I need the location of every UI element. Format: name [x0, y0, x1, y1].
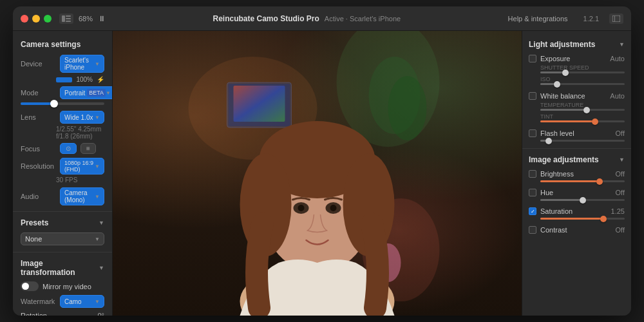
svg-rect-11	[234, 86, 285, 122]
svg-point-13	[388, 76, 427, 140]
presets-row: None ▼	[13, 230, 112, 248]
audio-label: Audio	[21, 193, 56, 200]
shutter-slider-row	[534, 71, 631, 76]
contrast-label: Contrast	[540, 226, 567, 234]
flash-slider-thumb[interactable]	[545, 138, 552, 144]
brightness-row: Brightness Off	[522, 168, 631, 180]
flash-checkbox[interactable]	[529, 129, 536, 137]
mode-slider-fill	[21, 102, 54, 105]
hue-label: Hue	[540, 189, 553, 196]
rotation-row: Rotation 0°	[13, 310, 112, 316]
focus-manual-button[interactable]: ≡	[80, 143, 96, 154]
saturation-slider-fill	[540, 218, 603, 220]
svg-rect-5	[614, 15, 615, 22]
svg-rect-3	[66, 21, 71, 22]
light-adj-collapse-icon[interactable]: ▼	[619, 41, 625, 48]
brightness-left: Brightness	[529, 170, 574, 178]
rotation-value: 0°	[97, 312, 104, 316]
resolution-label: Resolution	[21, 162, 56, 170]
resolution-dropdown-arrow: ▼	[95, 164, 100, 169]
close-button[interactable]	[21, 15, 28, 23]
battery-percent: 100%	[76, 76, 93, 83]
hue-slider-thumb[interactable]	[580, 197, 586, 204]
pause-button[interactable]: ⏸	[98, 14, 106, 23]
exposure-row: Exposure Auto	[522, 53, 631, 64]
brightness-checkbox[interactable]	[529, 170, 536, 178]
svg-rect-2	[66, 18, 71, 19]
tint-slider-thumb[interactable]	[592, 118, 598, 125]
shutter-slider-thumb[interactable]	[562, 70, 569, 76]
mode-slider-row	[13, 101, 112, 109]
saturation-checkbox[interactable]	[529, 207, 536, 215]
white-balance-checkbox[interactable]	[529, 92, 536, 100]
fullscreen-icon[interactable]	[609, 14, 623, 24]
temperature-slider-thumb[interactable]	[583, 107, 590, 113]
fullscreen-button[interactable]	[44, 15, 52, 23]
right-divider-1	[522, 148, 631, 149]
white-balance-left: White balance	[529, 92, 585, 100]
rotation-label: Rotation	[21, 312, 47, 316]
mode-slider-thumb[interactable]	[50, 100, 58, 108]
mode-dropdown[interactable]: Portrait BETA ▼	[60, 86, 113, 99]
lens-dropdown-arrow: ▼	[95, 115, 100, 120]
light-adj-header: Light adjustments ▼	[522, 37, 631, 53]
white-balance-row: White balance Auto	[522, 90, 631, 102]
flash-slider-track	[540, 140, 625, 142]
titlebar-right: Help & integrations 1.2.1	[508, 14, 623, 24]
minimize-button[interactable]	[32, 15, 40, 23]
contrast-checkbox[interactable]	[529, 226, 536, 234]
tint-slider-row	[534, 120, 631, 125]
device-dropdown[interactable]: Scarlet's iPhone ▼	[60, 55, 104, 73]
focus-auto-button[interactable]: ⊙	[60, 143, 77, 154]
mirror-row: Mirror my video	[13, 279, 112, 293]
presets-section-header: Presets ▼	[13, 216, 112, 230]
saturation-label: Saturation	[540, 207, 573, 215]
brightness-slider-thumb[interactable]	[596, 178, 603, 185]
image-adj-collapse-icon[interactable]: ▼	[619, 156, 625, 163]
camera-preview	[113, 31, 522, 316]
sidebar-toggle-icon[interactable]	[59, 14, 73, 24]
presets-label: Presets	[21, 218, 48, 227]
presets-collapse-icon[interactable]: ▼	[99, 220, 104, 226]
watermark-dropdown[interactable]: Camo ▼	[60, 295, 104, 308]
shutter-slider-track	[540, 71, 625, 73]
saturation-value: 1.25	[611, 207, 625, 215]
brightness-slider-track	[540, 180, 625, 182]
mode-slider-track	[21, 102, 104, 105]
zoom-level: 68%	[79, 15, 93, 23]
battery-row: 100% ⚡	[13, 75, 112, 84]
saturation-slider-row	[534, 217, 631, 222]
resolution-dropdown[interactable]: 1080p 16:9 (FHD) ▼	[60, 158, 104, 175]
saturation-left: Saturation	[529, 207, 573, 215]
hue-checkbox[interactable]	[529, 189, 536, 196]
active-label: Active · Scarlet's iPhone	[325, 15, 401, 23]
exposure-label: Exposure	[540, 55, 570, 62]
lens-label: Lens	[21, 113, 56, 121]
resolution-row: Resolution 1080p 16:9 (FHD) ▼	[13, 156, 112, 176]
watermark-row: Watermark Camo ▼	[13, 293, 112, 310]
mode-row: Mode Portrait BETA ▼	[13, 84, 112, 101]
white-balance-label: White balance	[540, 92, 585, 100]
hue-left: Hue	[529, 189, 553, 196]
image-transform-collapse-icon[interactable]: ▼	[99, 265, 104, 271]
help-link[interactable]: Help & integrations	[508, 15, 568, 23]
mirror-toggle[interactable]	[21, 281, 39, 291]
left-panel: Camera settings Device Scarlet's iPhone …	[13, 31, 113, 316]
audio-dropdown[interactable]: Camera (Mono) ▼	[60, 187, 104, 205]
tint-label: TINT	[534, 113, 631, 120]
lens-dropdown[interactable]: Wide 1.0x ▼	[60, 111, 104, 124]
presets-dropdown[interactable]: None ▼	[21, 232, 104, 245]
exposure-checkbox[interactable]	[529, 55, 536, 62]
iso-label: ISO	[534, 76, 631, 82]
focus-row: Focus ⊙ ≡	[13, 141, 112, 156]
person-silhouette	[113, 31, 522, 316]
iso-slider-thumb[interactable]	[554, 81, 560, 88]
titlebar: 68% ⏸ Reincubate Camo Studio Pro Active …	[13, 6, 631, 31]
saturation-slider-thumb[interactable]	[600, 216, 607, 222]
brightness-value: Off	[616, 170, 625, 178]
titlebar-center: Reincubate Camo Studio Pro Active · Scar…	[106, 14, 508, 23]
watermark-dropdown-arrow: ▼	[95, 299, 100, 305]
hue-row: Hue Off	[522, 187, 631, 198]
device-row: Device Scarlet's iPhone ▼	[13, 53, 112, 75]
temperature-label: TEMPERATURE	[534, 102, 631, 108]
